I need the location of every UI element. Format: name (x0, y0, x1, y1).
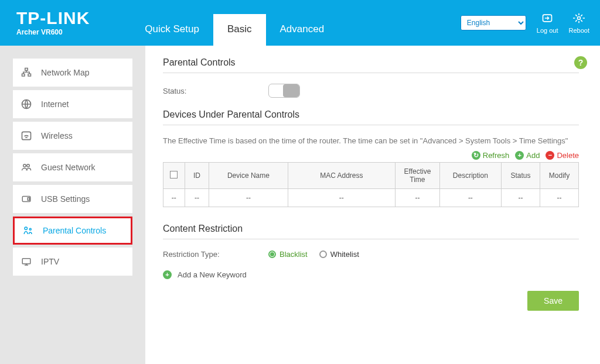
globe-icon (20, 98, 33, 110)
logo-block: TP-LINK Archer VR600 (16, 9, 90, 36)
brand-logo: TP-LINK (16, 9, 90, 27)
refresh-icon: ↻ (472, 151, 480, 160)
language-select[interactable]: English (461, 15, 526, 30)
content-restriction-title: Content Restriction (163, 224, 579, 239)
svg-point-12 (29, 228, 31, 230)
plus-icon: + (163, 270, 172, 279)
svg-rect-10 (28, 198, 29, 201)
reboot-label: Reboot (569, 27, 589, 34)
refresh-label: Refresh (483, 151, 510, 160)
whitelist-label: Whitelist (330, 250, 359, 259)
devices-table: ID Device Name MAC Address Effective Tim… (163, 162, 579, 207)
guest-icon (20, 162, 33, 173)
sidebar-item-label: IPTV (41, 257, 59, 266)
svg-point-1 (578, 16, 581, 19)
sidebar-item-label: Parental Controls (43, 226, 106, 235)
svg-rect-3 (22, 74, 25, 76)
sidebar-item-internet[interactable]: Internet (13, 90, 132, 118)
main-tabs: Quick Setup Basic Advanced (131, 0, 338, 46)
svg-point-11 (25, 227, 28, 230)
status-toggle[interactable] (268, 84, 300, 98)
minus-icon: − (546, 151, 554, 160)
add-keyword-label: Add a New Keyword (178, 270, 247, 279)
col-status: Status (501, 163, 540, 189)
usb-icon (20, 194, 33, 204)
parental-icon (22, 225, 35, 236)
devices-note: The Effective Time is based on the time … (163, 136, 579, 146)
sidebar-item-label: Internet (41, 99, 69, 109)
wifi-icon (20, 130, 33, 142)
table-actions: ↻ Refresh + Add − Delete (163, 151, 579, 160)
sidebar-item-label: Network Map (41, 68, 89, 77)
tv-icon (20, 256, 33, 267)
col-description: Description (439, 163, 501, 189)
table-row: -- -- -- -- -- -- -- -- (163, 189, 579, 207)
sidebar-item-network-map[interactable]: Network Map (13, 59, 132, 87)
radio-whitelist[interactable]: Whitelist (319, 250, 359, 259)
tab-quick-setup[interactable]: Quick Setup (131, 14, 213, 46)
sidebar-item-label: USB Settings (41, 194, 90, 204)
col-device-name: Device Name (209, 163, 288, 189)
add-button[interactable]: + Add (515, 151, 540, 160)
tab-advanced[interactable]: Advanced (266, 14, 339, 46)
delete-button[interactable]: − Delete (546, 151, 579, 160)
select-all-checkbox[interactable] (170, 171, 178, 178)
logout-label: Log out (537, 27, 558, 34)
logout-button[interactable]: Log out (537, 12, 558, 34)
header: TP-LINK Archer VR600 Quick Setup Basic A… (0, 0, 600, 46)
col-modify: Modify (540, 163, 578, 189)
reboot-icon (572, 12, 585, 25)
col-effective-time: Effective Time (396, 163, 440, 189)
sidebar-item-label: Guest Network (41, 163, 96, 172)
restriction-type-label: Restriction Type: (163, 250, 268, 259)
svg-rect-13 (22, 259, 30, 264)
plus-icon: + (515, 151, 524, 160)
header-actions: English Log out Reboot (461, 12, 589, 34)
refresh-button[interactable]: ↻ Refresh (472, 151, 510, 160)
svg-point-7 (23, 164, 26, 167)
sidebar-item-wireless[interactable]: Wireless (13, 122, 132, 150)
help-button[interactable]: ? (574, 56, 587, 69)
col-mac: MAC Address (288, 163, 395, 189)
col-id: ID (185, 163, 209, 189)
network-map-icon (20, 67, 33, 78)
svg-point-8 (27, 164, 30, 167)
main-panel: ? Parental Controls Status: Devices Unde… (145, 46, 600, 364)
tab-basic[interactable]: Basic (213, 14, 266, 46)
add-label: Add (526, 151, 540, 160)
sidebar-item-parental-controls[interactable]: Parental Controls (13, 217, 132, 245)
radio-icon (319, 250, 327, 258)
sidebar: Network Map Internet Wireless Guest Netw… (0, 46, 145, 364)
sidebar-item-guest-network[interactable]: Guest Network (13, 153, 132, 181)
delete-label: Delete (557, 151, 579, 160)
blacklist-label: Blacklist (279, 250, 308, 259)
sidebar-item-usb-settings[interactable]: USB Settings (13, 185, 132, 213)
svg-rect-4 (28, 74, 31, 76)
radio-blacklist[interactable]: Blacklist (268, 250, 308, 259)
sidebar-item-iptv[interactable]: IPTV (13, 248, 132, 276)
svg-rect-2 (25, 68, 28, 71)
logout-icon (541, 12, 554, 25)
sidebar-item-label: Wireless (41, 131, 73, 140)
save-button[interactable]: Save (527, 291, 579, 311)
page-title: Parental Controls (163, 57, 579, 73)
status-label: Status: (163, 87, 268, 95)
devices-section-title: Devices Under Parental Controls (163, 109, 579, 125)
radio-icon (268, 250, 276, 258)
model-label: Archer VR600 (16, 28, 90, 36)
reboot-button[interactable]: Reboot (569, 12, 589, 34)
add-keyword-button[interactable]: + Add a New Keyword (163, 270, 579, 279)
